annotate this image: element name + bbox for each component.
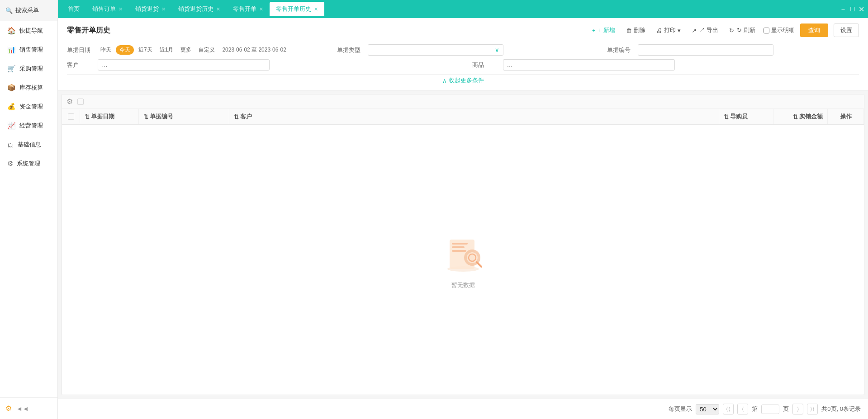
tab-sales-order[interactable]: 销售订单 ✕ [86,2,129,16]
add-button[interactable]: + + 新增 [589,24,618,36]
page-header: 零售开单历史 + + 新增 🗑 删除 🖨 打印 ▾ [58,18,868,90]
date-opt-yesterday[interactable]: 昨天 [98,45,114,55]
tab-retail-open[interactable]: 零售开单 ✕ [227,2,270,16]
window-close-button[interactable]: ✕ [859,5,864,14]
th-customer[interactable]: ⇅ 客户 [229,109,719,124]
query-button[interactable]: 查询 [800,24,828,37]
per-page-label: 每页显示 [669,405,692,413]
th-guide-label: 导购员 [730,113,748,121]
table-settings-icon[interactable]: ⚙ [66,97,73,106]
settings-gear-icon[interactable]: ⚙ [5,404,12,413]
type-select[interactable]: ∨ [368,44,503,56]
page-title-row: 零售开单历史 + + 新增 🗑 删除 🖨 打印 ▾ [67,24,859,37]
date-opt-custom[interactable]: 自定义 [196,45,218,55]
date-filter-label: 单据日期 [67,46,94,54]
settings-button[interactable]: 设置 [834,24,859,37]
th-date[interactable]: ⇅ 单据日期 [80,109,139,124]
code-filter-input[interactable] [638,44,773,56]
sidebar-item-label: 资金管理 [19,103,43,111]
svg-rect-3 [452,246,465,248]
date-opt-7days[interactable]: 近7天 [136,45,155,55]
sidebar-item-zijin[interactable]: 💰 资金管理 [0,97,57,116]
refresh-label: ↻ 刷新 [737,26,755,34]
tab-retail-history[interactable]: 零售开单历史 ✕ [270,2,324,16]
tab-retail-open-label: 零售开单 [233,5,256,13]
select-all-checkbox[interactable] [77,99,84,105]
tab-sales-return[interactable]: 销货退货 ✕ [129,2,172,16]
sidebar-item-xiaoshou[interactable]: 📊 销售管理 [0,40,57,59]
sidebar-item-caigou[interactable]: 🛒 采购管理 [0,59,57,78]
filter-code-cell: 单据编号 [607,44,859,56]
collapse-sidebar-icon[interactable]: ◄◄ [16,405,29,412]
print-label: 打印 [664,26,676,34]
sidebar-item-label: 基础信息 [18,141,41,149]
tab-sales-order-label: 销售订单 [92,5,116,13]
filter-area: 单据日期 昨天 今天 近7天 近1月 更多 自定义 2023-06-02 至 2… [67,42,859,90]
page-label: 第 [752,405,758,413]
sidebar-item-jichu[interactable]: 🗂 基础信息 [0,135,57,154]
window-maximize-button[interactable]: □ [850,5,855,13]
th-amount[interactable]: ⇅ 实销金额 [773,109,828,124]
empty-text: 暂无数据 [451,281,475,289]
th-action: 操作 [828,109,864,124]
customer-filter-input[interactable] [98,59,270,71]
date-opt-more[interactable]: 更多 [178,45,194,55]
print-icon: 🖨 [656,27,662,34]
collapse-label: 收起更多条件 [449,76,484,85]
tab-sales-return-close[interactable]: ✕ [161,6,166,12]
empty-state: 暂无数据 [62,125,864,395]
th-code[interactable]: ⇅ 单据编号 [139,109,229,124]
tab-sales-return-history-close[interactable]: ✕ [216,6,220,12]
table-header: ⇅ 单据日期 ⇅ 单据编号 ⇅ 客户 ⇅ 导购员 ⇅ 实销金额 [62,109,864,125]
main-area: 首页 销售订单 ✕ 销货退货 ✕ 销货退货历史 ✕ 零售开单 ✕ 零售开单历史 … [58,0,868,419]
inventory-icon: 📦 [7,84,16,92]
page-input[interactable]: 1 [761,405,779,414]
tab-home[interactable]: 首页 [62,2,86,16]
export-button[interactable]: ↗ ↗ 导出 [689,24,721,36]
goods-filter-input[interactable] [503,59,675,71]
prev-page-button[interactable]: ⟨ [737,404,748,414]
th-customer-sort-icon: ⇅ [234,113,239,120]
sidebar-item-kuaijie[interactable]: 🏠 快捷导航 [0,21,57,40]
filter-customer-cell: 客户 [67,59,454,71]
first-page-button[interactable]: ⟨⟨ [723,404,734,414]
sidebar-item-kucun[interactable]: 📦 库存核算 [0,78,57,97]
filter-goods-cell: 商品 [472,59,859,71]
sidebar-item-xitong[interactable]: ⚙ 系统管理 [0,154,57,173]
per-page-select[interactable]: 50 20 100 [696,404,719,414]
print-button[interactable]: 🖨 打印 ▾ [654,24,683,36]
sidebar-item-jingying[interactable]: 📈 经营管理 [0,116,57,135]
delete-button[interactable]: 🗑 删除 [623,24,648,36]
empty-illustration [441,231,486,276]
table-toolbar: ⚙ [62,94,864,109]
date-opt-today[interactable]: 今天 [116,45,134,55]
tab-sales-order-close[interactable]: ✕ [119,6,123,12]
refresh-button[interactable]: ↻ ↻ 刷新 [726,24,758,36]
display-detail-checkbox[interactable] [764,28,769,33]
window-minimize-button[interactable]: － [840,5,847,14]
collapse-more-button[interactable]: ∧ 收起更多条件 [67,74,859,86]
tab-retail-open-close[interactable]: ✕ [259,6,263,12]
tab-sales-return-history[interactable]: 销货退货历史 ✕ [172,2,227,16]
th-action-label: 操作 [840,113,852,121]
sidebar-item-label: 快捷导航 [19,27,43,35]
display-detail-toggle[interactable]: 显示明细 [764,26,795,34]
sidebar: 🔍 搜索采单 🏠 快捷导航 📊 销售管理 🛒 采购管理 📦 库存核算 💰 资金管… [0,0,58,419]
tab-sales-return-history-label: 销货退货历史 [178,5,213,13]
add-label: + 新增 [598,26,615,34]
type-select-arrow: ∨ [495,47,499,53]
last-page-button[interactable]: ⟩⟩ [807,404,818,414]
collapse-icon: ∧ [442,77,447,84]
header-checkbox[interactable] [68,113,74,120]
tab-bar: 首页 销售订单 ✕ 销货退货 ✕ 销货退货历史 ✕ 零售开单 ✕ 零售开单历史 … [58,0,868,18]
purchase-icon: 🛒 [7,65,16,73]
sidebar-item-label: 采购管理 [19,65,43,73]
tab-retail-history-close[interactable]: ✕ [314,6,318,12]
th-guide[interactable]: ⇅ 导购员 [719,109,773,124]
sidebar-item-label: 销售管理 [19,46,43,54]
print-arrow-icon: ▾ [678,27,681,34]
next-page-button[interactable]: ⟩ [792,404,803,414]
svg-line-7 [477,262,481,267]
date-opt-1month[interactable]: 近1月 [157,45,176,55]
sidebar-search[interactable]: 🔍 搜索采单 [0,0,57,21]
